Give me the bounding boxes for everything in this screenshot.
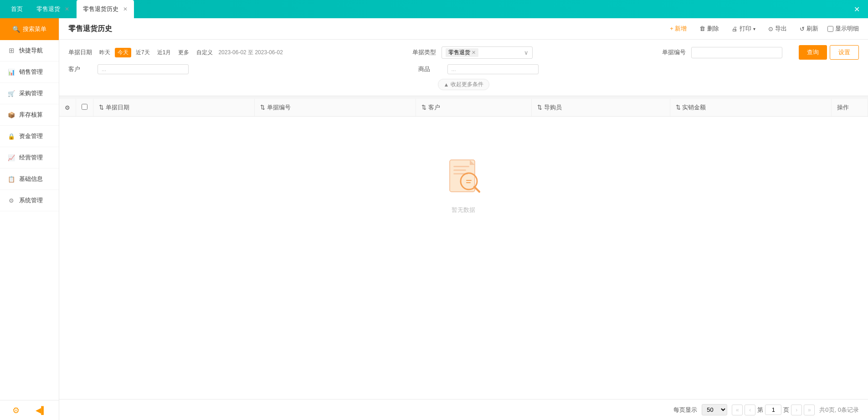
sidebar-item-operations-label: 经营管理 xyxy=(19,154,43,162)
filter-row-1: 单据日期 昨天 今天 近7天 近1月 更多 自定义 2023-06-02 至 2… xyxy=(68,45,859,60)
content-area: 零售退货历史 + 新增 🗑 删除 🖨 打印 ▾ ⊙ 导出 ↺ 刷新 xyxy=(59,18,868,420)
empty-state-icon xyxy=(441,153,486,199)
customer-filter-input[interactable]: ... xyxy=(98,64,189,74)
main-layout: 🔍 搜索菜单 ⊞ 快捷导航 📊 销售管理 🛒 采购管理 📦 库存核算 🔒 xyxy=(0,18,868,420)
th-ops: 操作 xyxy=(832,99,868,117)
sidebar-item-finance-label: 资金管理 xyxy=(19,132,43,140)
page-prefix-label: 第 xyxy=(757,406,763,414)
number-filter-input[interactable] xyxy=(691,47,782,58)
delete-button[interactable]: 🗑 删除 xyxy=(696,23,723,35)
sidebar-item-system[interactable]: ⚙ 系统管理 xyxy=(0,190,59,211)
export-button[interactable]: ⊙ 导出 xyxy=(765,23,791,35)
window-close-button[interactable]: ✕ xyxy=(850,5,863,14)
sidebar-item-basic-info-label: 基础信息 xyxy=(19,175,43,183)
goods-filter-label: 商品 xyxy=(418,65,444,73)
date-btn-today[interactable]: 今天 xyxy=(115,48,131,57)
sidebar-sound-icon[interactable]: ◀▌ xyxy=(36,406,46,415)
tab-home[interactable]: 首页 xyxy=(5,0,29,18)
next-page-button[interactable]: › xyxy=(791,405,802,415)
pagination-total: 共0页, 0条记录 xyxy=(819,406,859,414)
tab-retail-return-history-close[interactable]: ✕ xyxy=(123,6,128,12)
sidebar-item-quick-nav-label: 快捷导航 xyxy=(19,46,43,55)
first-page-button[interactable]: « xyxy=(732,405,743,415)
sidebar-item-system-label: 系统管理 xyxy=(19,196,43,205)
print-label: 打印 xyxy=(740,25,751,33)
pagination-bar: 每页显示 10 20 50 100 « ‹ 第 页 › » 共0页, 0条记录 xyxy=(59,399,868,420)
per-page-label: 每页显示 xyxy=(673,406,697,414)
sidebar-item-sales-label: 销售管理 xyxy=(19,68,43,76)
header-actions: + 新增 🗑 删除 🖨 打印 ▾ ⊙ 导出 ↺ 刷新 显示明细 xyxy=(666,23,859,35)
date-btn-custom[interactable]: 自定义 xyxy=(194,48,216,57)
last-page-button[interactable]: » xyxy=(804,405,815,415)
th-date[interactable]: ⇅ 单据日期 xyxy=(93,99,255,117)
page-number-input[interactable] xyxy=(765,405,781,415)
date-btn-last-month[interactable]: 近1月 xyxy=(154,48,174,57)
refresh-icon: ↺ xyxy=(800,26,805,32)
print-button[interactable]: 🖨 打印 ▾ xyxy=(728,23,759,35)
sidebar-item-finance[interactable]: 🔒 资金管理 xyxy=(0,126,59,147)
collapse-button[interactable]: ▲ 收起更多条件 xyxy=(438,79,490,90)
th-number[interactable]: ⇅ 单据编号 xyxy=(255,99,416,117)
number-filter-item: 单据编号 xyxy=(662,47,782,58)
empty-state-row: 暂无数据 xyxy=(59,117,868,251)
filter-area: 单据日期 昨天 今天 近7天 近1月 更多 自定义 2023-06-02 至 2… xyxy=(59,40,868,96)
date-filter-label: 单据日期 xyxy=(68,48,94,56)
goods-ellipsis: ... xyxy=(452,66,456,72)
goods-filter-input[interactable]: ... xyxy=(447,64,539,74)
sidebar-item-operations[interactable]: 📈 经营管理 xyxy=(0,147,59,169)
date-filter-buttons: 昨天 今天 近7天 近1月 更多 自定义 xyxy=(97,48,216,57)
column-settings-icon[interactable]: ⚙ xyxy=(65,104,70,111)
sidebar-search[interactable]: 🔍 搜索菜单 xyxy=(0,18,59,40)
pagination-nav: « ‹ 第 页 › » xyxy=(732,405,815,415)
refresh-button[interactable]: ↺ 刷新 xyxy=(796,23,822,35)
settings-button[interactable]: 设置 xyxy=(830,45,859,60)
sidebar-item-purchase-mgmt[interactable]: 🛒 采购管理 xyxy=(0,83,59,104)
table-header-row: ⚙ ⇅ 单据日期 ⇅ 单据编号 ⇅ 客户 xyxy=(59,99,868,117)
export-icon: ⊙ xyxy=(768,26,773,32)
type-filter-item: 单据类型 零售退货 ✕ ∨ xyxy=(412,46,533,59)
basic-info-icon: 📋 xyxy=(7,175,15,183)
type-filter-tag-value: 零售退货 xyxy=(448,49,470,56)
data-table: ⚙ ⇅ 单据日期 ⇅ 单据编号 ⇅ 客户 xyxy=(59,99,868,251)
th-amount[interactable]: ⇅ 实销金额 xyxy=(670,99,831,117)
table-header: ⚙ ⇅ 单据日期 ⇅ 单据编号 ⇅ 客户 xyxy=(59,99,868,117)
operations-icon: 📈 xyxy=(7,154,15,162)
th-settings: ⚙ xyxy=(59,99,76,117)
tab-home-label: 首页 xyxy=(11,5,23,13)
per-page-select[interactable]: 10 20 50 100 xyxy=(702,404,727,415)
show-detail-checkbox[interactable] xyxy=(827,26,833,32)
query-button[interactable]: 查询 xyxy=(799,45,827,60)
refresh-label: 刷新 xyxy=(806,25,818,33)
date-btn-last7[interactable]: 近7天 xyxy=(133,48,153,57)
th-amount-label: ⇅ 实销金额 xyxy=(676,104,706,111)
type-filter-select[interactable]: 零售退货 ✕ ∨ xyxy=(442,46,533,59)
sidebar-item-sales-mgmt[interactable]: 📊 销售管理 xyxy=(0,61,59,83)
sidebar-bottom: ⚙ ◀▌ xyxy=(0,400,59,420)
select-all-checkbox[interactable] xyxy=(82,104,87,110)
sidebar-settings-icon[interactable]: ⚙ xyxy=(12,405,20,415)
th-customer[interactable]: ⇅ 客户 xyxy=(416,99,532,117)
sidebar-item-purchase-label: 采购管理 xyxy=(19,89,43,97)
top-bar: 首页 零售退货 ✕ 零售退货历史 ✕ ✕ xyxy=(0,0,868,18)
tab-retail-return[interactable]: 零售退货 ✕ xyxy=(30,0,76,18)
sidebar-item-inventory[interactable]: 📦 库存核算 xyxy=(0,104,59,126)
th-ops-label: 操作 xyxy=(837,104,849,111)
sidebar-menu: ⊞ 快捷导航 📊 销售管理 🛒 采购管理 📦 库存核算 🔒 资金管理 📈 xyxy=(0,40,59,400)
date-btn-yesterday[interactable]: 昨天 xyxy=(97,48,113,57)
customer-filter-item: 客户 ... xyxy=(68,64,189,74)
tab-retail-return-close[interactable]: ✕ xyxy=(65,6,69,12)
type-filter-tag-remove[interactable]: ✕ xyxy=(472,50,476,56)
type-filter-chevron-icon: ∨ xyxy=(524,49,529,56)
type-filter-label: 单据类型 xyxy=(412,48,438,56)
sidebar-item-inventory-label: 库存核算 xyxy=(19,111,43,119)
sales-icon: 📊 xyxy=(7,68,15,76)
show-detail-checkbox-label[interactable]: 显示明细 xyxy=(827,25,859,33)
prev-page-button[interactable]: ‹ xyxy=(745,405,755,415)
sidebar-item-quick-nav[interactable]: ⊞ 快捷导航 xyxy=(0,40,59,61)
purchase-icon: 🛒 xyxy=(7,89,15,97)
th-guide[interactable]: ⇅ 导购员 xyxy=(531,99,670,117)
tab-retail-return-history[interactable]: 零售退货历史 ✕ xyxy=(77,0,134,18)
date-btn-more[interactable]: 更多 xyxy=(175,48,192,57)
add-button[interactable]: + 新增 xyxy=(666,23,690,35)
sidebar-item-basic-info[interactable]: 📋 基础信息 xyxy=(0,169,59,190)
